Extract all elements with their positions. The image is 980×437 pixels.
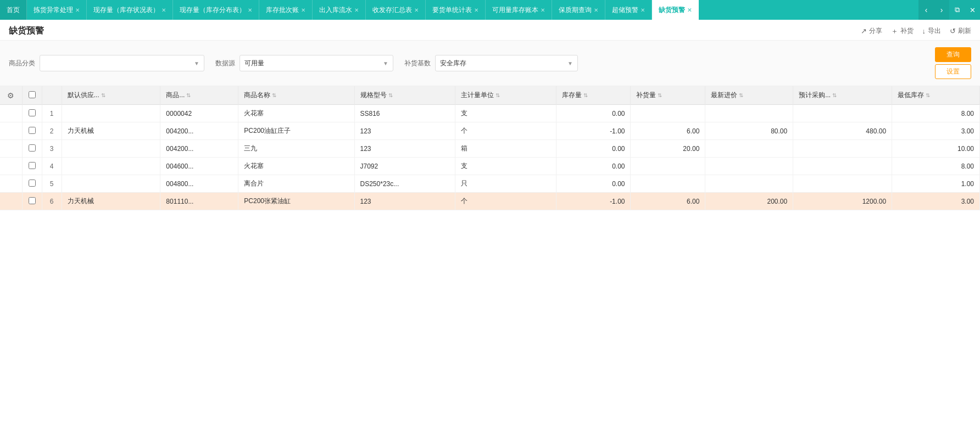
query-button[interactable]: 查询 [935, 47, 971, 62]
row-stock: 0.00 [556, 158, 631, 175]
expiry-query-tab-label: 保质期查询 [559, 5, 592, 15]
refresh-button[interactable]: ↺ 刷新 [950, 26, 971, 36]
row-checkbox[interactable] [29, 180, 36, 187]
nav-tab-expiry-query[interactable]: 保质期查询 ✕ [552, 0, 605, 20]
share-button[interactable]: ↗ 分享 [861, 26, 882, 36]
row-product-name: 火花塞 [238, 158, 354, 175]
row-gear-cell [0, 140, 22, 158]
row-gear-cell [0, 175, 22, 193]
export-button[interactable]: ↓ 导出 [922, 26, 942, 36]
nav-tab-inventory-dist[interactable]: 现存量（库存分布表） ✕ [173, 0, 259, 20]
sort-min-stock-icon[interactable]: ⇅ [926, 92, 930, 98]
nav-tab-home[interactable]: 首页 [0, 0, 27, 20]
replenish-label: 补货 [900, 26, 914, 36]
nav-tab-flow[interactable]: 出入库流水 ✕ [313, 0, 366, 20]
row-spec: DS250*23c... [354, 175, 455, 193]
row-checkbox[interactable] [29, 197, 36, 204]
row-check-cell [22, 193, 42, 210]
nav-next-button[interactable]: › [934, 0, 949, 20]
datasource-filter: 数据源 可用量 ▼ [215, 55, 393, 71]
close-icon[interactable]: ✕ [474, 7, 478, 13]
row-min-stock: 8.00 [892, 105, 980, 122]
row-min-stock: 3.00 [892, 193, 980, 210]
row-product-name: PC200油缸庄子 [238, 122, 354, 140]
sort-supplier-icon[interactable]: ⇅ [101, 92, 105, 98]
row-latest-price: 200.00 [705, 193, 793, 210]
col-min-stock: 最低库存 ⇅ [892, 86, 980, 105]
close-icon[interactable]: ✕ [162, 7, 166, 13]
nav-arrows: ‹ › ⧉ ✕ [918, 0, 980, 20]
sort-product-code-icon[interactable]: ⇅ [186, 92, 191, 98]
datasource-label: 数据源 [215, 59, 235, 68]
replenish-base-select[interactable]: 安全库存 ▼ [435, 55, 578, 71]
abnormal-tab-label: 拣货异常处理 [34, 5, 73, 15]
select-all-checkbox[interactable] [29, 91, 36, 98]
nav-prev-button[interactable]: ‹ [918, 0, 934, 20]
sort-unit-icon[interactable]: ⇅ [495, 92, 500, 98]
refresh-icon: ↺ [950, 27, 956, 35]
table-row: 1 0000042 火花塞 SS816 支 0.00 8.00 [0, 105, 980, 122]
nav-tab-overstock[interactable]: 超储预警 ✕ [605, 0, 652, 20]
nav-tab-available-ledger[interactable]: 可用量库存账本 ✕ [486, 0, 552, 20]
close-icon[interactable]: ✕ [687, 7, 692, 13]
requisition-stat-tab-label: 要货单统计表 [432, 5, 472, 15]
refresh-label: 刷新 [958, 26, 971, 36]
settings-button[interactable]: 设置 [935, 64, 971, 79]
row-latest-price [705, 140, 793, 158]
sort-product-name-icon[interactable]: ⇅ [272, 92, 276, 98]
close-icon[interactable]: ✕ [541, 7, 545, 13]
nav-tab-batch-account[interactable]: 库存批次账 ✕ [259, 0, 313, 20]
row-check-cell [22, 105, 42, 122]
export-label: 导出 [928, 26, 941, 36]
category-label: 商品分类 [9, 59, 35, 68]
sort-latest-price-icon[interactable]: ⇅ [739, 92, 743, 98]
row-checkbox[interactable] [29, 127, 36, 134]
nav-tab-inventory-status[interactable]: 现存量（库存状况表） ✕ [87, 0, 173, 20]
col-est-purchase-label: 预计采购... [799, 91, 831, 100]
sort-est-purchase-icon[interactable]: ⇅ [832, 92, 837, 98]
close-icon[interactable]: ✕ [594, 7, 598, 13]
col-replenish-qty-label: 补货量 [636, 91, 656, 100]
nav-tab-requisition-stat[interactable]: 要货单统计表 ✕ [426, 0, 486, 20]
close-icon[interactable]: ✕ [301, 7, 305, 13]
row-product-name: 火花塞 [238, 105, 354, 122]
row-default-supplier [62, 140, 160, 158]
row-checkbox[interactable] [29, 144, 36, 152]
row-est-purchase [793, 105, 892, 122]
page-header: 缺货预警 ↗ 分享 ＋ 补货 ↓ 导出 ↺ 刷新 [0, 20, 980, 41]
col-product-code-label: 商品... [166, 91, 185, 100]
row-num: 1 [42, 105, 62, 122]
close-icon[interactable]: ✕ [75, 7, 80, 13]
row-latest-price [705, 158, 793, 175]
row-checkbox[interactable] [29, 109, 36, 116]
row-default-supplier: 力天机械 [62, 193, 160, 210]
table-row: 4 004600... 火花塞 J7092 支 0.00 8.00 [0, 158, 980, 175]
sort-spec-icon[interactable]: ⇅ [388, 92, 393, 98]
table-row: 5 004800... 离合片 DS250*23c... 只 0.00 1.00 [0, 175, 980, 193]
nav-close-button[interactable]: ✕ [965, 0, 980, 20]
nav-tab-recv-summary[interactable]: 收发存汇总表 ✕ [366, 0, 426, 20]
row-replenish-qty: 20.00 [631, 140, 705, 158]
replenish-button[interactable]: ＋ 补货 [891, 26, 914, 36]
sort-stock-icon[interactable]: ⇅ [583, 92, 588, 98]
share-icon: ↗ [861, 27, 867, 35]
column-settings-icon[interactable]: ⚙ [7, 91, 14, 100]
row-product-code: 004200... [160, 140, 238, 158]
row-checkbox[interactable] [29, 162, 36, 169]
close-icon[interactable]: ✕ [641, 7, 645, 13]
row-product-name: 离合片 [238, 175, 354, 193]
category-select[interactable]: ▼ [40, 55, 204, 71]
nav-tab-shortage[interactable]: 缺货预警 ✕ [652, 0, 699, 20]
close-icon[interactable]: ✕ [248, 7, 252, 13]
nav-tab-abnormal[interactable]: 拣货异常处理 ✕ [27, 0, 87, 20]
datasource-select[interactable]: 可用量 ▼ [240, 55, 393, 71]
available-ledger-tab-label: 可用量库存账本 [492, 5, 538, 15]
category-dropdown-arrow-icon: ▼ [194, 60, 199, 66]
sort-replenish-qty-icon[interactable]: ⇅ [658, 92, 662, 98]
table-header-row: ⚙ 默认供应... ⇅ 商品... ⇅ [0, 86, 980, 105]
close-icon[interactable]: ✕ [354, 7, 359, 13]
nav-restore-button[interactable]: ⧉ [949, 0, 965, 20]
col-product-code: 商品... ⇅ [160, 86, 238, 105]
close-icon[interactable]: ✕ [414, 7, 419, 13]
row-product-code: 801110... [160, 193, 238, 210]
